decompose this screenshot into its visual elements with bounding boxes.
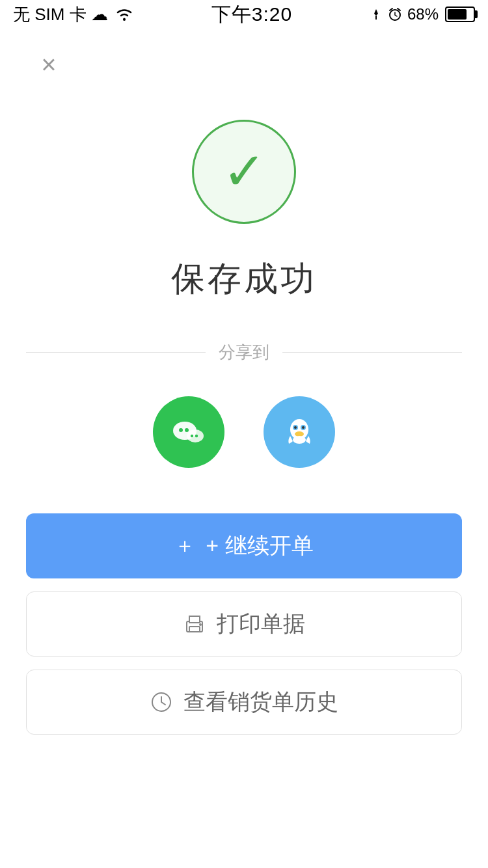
plus-icon: ＋ bbox=[174, 532, 195, 560]
main-content: × ✓ 保存成功 分享到 bbox=[0, 29, 488, 868]
wechat-icon bbox=[168, 411, 210, 454]
share-divider: 分享到 bbox=[26, 341, 462, 364]
svg-point-11 bbox=[294, 426, 297, 429]
divider-left bbox=[26, 352, 206, 353]
status-time: 下午3:20 bbox=[211, 1, 292, 28]
clock-icon bbox=[150, 690, 173, 714]
qq-share-button[interactable] bbox=[264, 396, 335, 468]
no-sim-text: 无 SIM 卡 ☁ bbox=[13, 3, 108, 26]
continue-order-label: + 继续开单 bbox=[206, 531, 313, 561]
svg-point-14 bbox=[293, 436, 306, 444]
share-icons-row bbox=[153, 396, 335, 468]
status-right: 68% bbox=[370, 5, 475, 23]
alarm-icon bbox=[388, 7, 402, 21]
status-bar: 无 SIM 卡 ☁ 下午3:20 68% bbox=[0, 0, 488, 29]
svg-point-0 bbox=[123, 18, 126, 21]
success-circle: ✓ bbox=[192, 120, 296, 224]
svg-point-12 bbox=[302, 426, 305, 429]
qq-icon bbox=[278, 411, 321, 454]
battery-percent: 68% bbox=[407, 5, 439, 23]
history-label: 查看销货单历史 bbox=[183, 687, 338, 717]
status-left: 无 SIM 卡 ☁ bbox=[13, 3, 134, 26]
location-icon bbox=[370, 8, 383, 21]
share-label: 分享到 bbox=[219, 341, 269, 364]
printer-icon bbox=[183, 612, 206, 636]
svg-point-7 bbox=[195, 434, 197, 437]
svg-point-18 bbox=[199, 623, 202, 626]
check-icon: ✓ bbox=[223, 146, 266, 198]
svg-rect-17 bbox=[189, 627, 200, 632]
print-button[interactable]: 打印单据 bbox=[26, 591, 462, 657]
close-icon: × bbox=[41, 51, 56, 77]
print-label: 打印单据 bbox=[217, 609, 305, 639]
close-button[interactable]: × bbox=[33, 48, 65, 81]
view-history-button[interactable]: 查看销货单历史 bbox=[26, 670, 462, 735]
svg-point-3 bbox=[179, 428, 183, 432]
action-buttons: ＋ + 继续开单 打印单据 查看销货单历史 bbox=[26, 513, 462, 735]
svg-point-13 bbox=[295, 431, 304, 437]
divider-right bbox=[282, 352, 462, 353]
svg-point-4 bbox=[185, 428, 189, 432]
battery-icon bbox=[445, 7, 475, 22]
svg-rect-16 bbox=[189, 616, 200, 623]
wifi-icon bbox=[115, 7, 134, 21]
wechat-share-button[interactable] bbox=[153, 396, 224, 468]
svg-point-6 bbox=[190, 434, 193, 437]
continue-order-button[interactable]: ＋ + 继续开单 bbox=[26, 513, 462, 578]
success-title: 保存成功 bbox=[171, 256, 317, 302]
